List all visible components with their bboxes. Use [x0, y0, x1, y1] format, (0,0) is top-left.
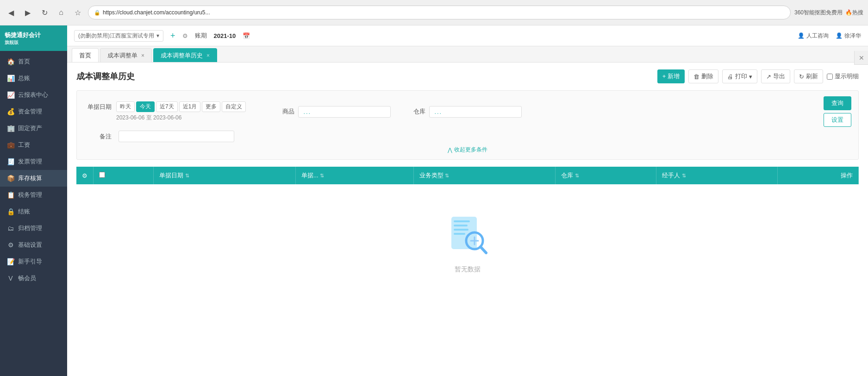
add-company-btn[interactable]: + [170, 31, 175, 41]
th-type[interactable]: 业务类型 ⇅ [413, 167, 556, 184]
back-button[interactable]: ◀ [5, 6, 18, 19]
add-button[interactable]: + 新增 [657, 69, 685, 83]
home-button[interactable]: ⌂ [55, 6, 68, 19]
forward-button[interactable]: ▶ [21, 6, 34, 19]
sort-icon-date: ⇅ [185, 173, 189, 178]
sidebar-item-funds[interactable]: 💰 资金管理 [0, 103, 67, 120]
sidebar-logo: 畅捷通好会计 旗舰版 [0, 25, 67, 51]
sidebar-item-invoice[interactable]: 🧾 发票管理 [0, 153, 67, 170]
export-icon: ↗ [766, 73, 771, 80]
sidebar-label-invoice: 发票管理 [18, 157, 42, 166]
svg-rect-4 [454, 233, 465, 235]
sidebar-item-assets[interactable]: 🏢 固定资产 [0, 120, 67, 137]
setting-filter-button[interactable]: 设置 [824, 113, 851, 127]
tab-cost-adjust-history[interactable]: 成本调整单历史 × [153, 48, 217, 62]
th-gear: ⚙ [76, 167, 94, 184]
date-btn-more[interactable]: 更多 [202, 101, 220, 112]
sidebar-item-guide[interactable]: 📝 新手引导 [0, 253, 67, 270]
select-all-checkbox[interactable] [99, 172, 105, 178]
date-filter-group: 单据日期 昨天今天近7天近1月更多自定义 2023-06-06 至 2023-0… [84, 101, 246, 122]
empty-state: 暂无数据 [76, 184, 859, 301]
sidebar-label-salary: 工资 [18, 141, 30, 149]
tab-home[interactable]: 首页 [72, 48, 99, 62]
address-bar[interactable]: 🔒 https://cloud.chanjet.com/accounting/u… [88, 6, 791, 19]
calendar-icon[interactable]: 📅 [243, 32, 250, 39]
date-btn-7days[interactable]: 近7天 [156, 101, 178, 112]
sidebar-item-archive[interactable]: 🗂 归档管理 [0, 220, 67, 237]
period-label: 账期 [195, 31, 207, 40]
sidebar-item-home[interactable]: 🏠 首页 [0, 53, 67, 70]
query-button[interactable]: 查询 [824, 96, 851, 110]
date-btn-custom[interactable]: 自定义 [222, 101, 246, 112]
export-button[interactable]: ↗ 导出 [761, 69, 790, 83]
settings-icon[interactable]: ⚙ [182, 32, 188, 39]
sidebar-item-inventory[interactable]: 📦 库存核算 [0, 170, 67, 187]
sidebar-item-close[interactable]: 🔒 结账 [0, 203, 67, 220]
date-filter-label: 单据日期 [84, 103, 112, 111]
date-btn-1month[interactable]: 近1月 [179, 101, 201, 112]
sidebar-icon-ledger: 📊 [7, 75, 14, 82]
sidebar-item-report[interactable]: 📈 云报表中心 [0, 87, 67, 103]
tab-close-cost-adjust[interactable]: × [141, 52, 144, 59]
tab-label-cost-adjust-history: 成本调整单历史 [161, 51, 203, 60]
service-icon: 👤 [798, 32, 805, 39]
close-panel-button[interactable]: ✕ [854, 51, 868, 65]
tab-label-home: 首页 [79, 51, 91, 60]
sidebar-label-close: 结账 [18, 207, 30, 216]
sidebar-label-home: 首页 [18, 57, 30, 66]
product-selector[interactable]: ... [298, 106, 391, 118]
sidebar-item-member[interactable]: V 畅会员 [0, 270, 67, 287]
sidebar-item-ledger[interactable]: 📊 总账 [0, 70, 67, 87]
date-btn-yesterday[interactable]: 昨天 [116, 101, 135, 112]
sidebar-icon-close: 🔒 [7, 208, 14, 215]
date-btn-today[interactable]: 今天 [136, 101, 155, 112]
sidebar-icon-tax: 📋 [7, 191, 14, 199]
th-operator[interactable]: 经手人 ⇅ [656, 167, 778, 184]
tab-cost-adjust[interactable]: 成本调整单 × [100, 48, 152, 62]
show-detail-input[interactable] [827, 74, 833, 80]
warehouse-dots: ... [434, 108, 442, 115]
page-title: 成本调整单历史 [76, 71, 135, 82]
browser-right-controls: 360智能抠图免费用 🔥热搜 [794, 9, 863, 17]
hot-label: 🔥热搜 [845, 9, 863, 17]
svg-rect-2 [454, 225, 468, 226]
print-button[interactable]: 🖨 打印 ▾ [722, 69, 757, 83]
page-title-bar: 成本调整单历史 + 新增 🗑 删除 🖨 打印 ▾ ↗ 导出 [76, 69, 859, 83]
sidebar-item-tax[interactable]: 📋 税务管理 [0, 187, 67, 203]
sidebar-label-funds: 资金管理 [18, 107, 42, 116]
sidebar-item-settings[interactable]: ⚙ 基础设置 [0, 237, 67, 253]
delete-button[interactable]: 🗑 删除 [688, 69, 718, 83]
sidebar: 畅捷通好会计 旗舰版 🏠 首页 📊 总账 📈 云报表中心 💰 资金管理 🏢 固定… [0, 25, 67, 376]
refresh-button[interactable]: ↻ 刷新 [794, 69, 823, 83]
empty-icon [444, 212, 491, 258]
sidebar-label-guide: 新手引导 [18, 257, 42, 266]
show-detail-checkbox[interactable]: 显示明细 [827, 72, 859, 81]
tab-label-cost-adjust: 成本调整单 [107, 51, 137, 60]
sort-icon-number: ⇅ [320, 173, 324, 178]
refresh-button[interactable]: ↻ [38, 6, 51, 19]
page-actions: + 新增 🗑 删除 🖨 打印 ▾ ↗ 导出 ↻ [657, 69, 859, 83]
warehouse-filter: 仓库 ... [398, 106, 522, 118]
product-label: 商品 [267, 107, 294, 116]
remark-input[interactable] [119, 131, 234, 142]
th-warehouse[interactable]: 仓库 ⇅ [556, 167, 656, 184]
company-selector[interactable]: (勿删勿禁用)江西服宝测试专用 ▾ [74, 30, 163, 42]
sidebar-icon-assets: 🏢 [7, 125, 14, 132]
star-button[interactable]: ☆ [71, 6, 84, 19]
tab-close-cost-adjust-history[interactable]: × [206, 52, 210, 59]
filter-area: 单据日期 昨天今天近7天近1月更多自定义 2023-06-06 至 2023-0… [76, 90, 859, 160]
collapse-icon: ⋀ [448, 147, 452, 153]
warehouse-selector[interactable]: ... [429, 106, 522, 118]
sidebar-item-salary[interactable]: 💼 工资 [0, 137, 67, 153]
sidebar-label-assets: 固定资产 [18, 124, 42, 132]
sidebar-nav: 🏠 首页 📊 总账 📈 云报表中心 💰 资金管理 🏢 固定资产 💼 工资 🧾 发… [0, 51, 67, 376]
sidebar-icon-report: 📈 [7, 91, 14, 99]
user-menu[interactable]: 👤 徐泽华 [836, 32, 861, 40]
logo-text: 畅捷通好会计 [5, 31, 41, 39]
collapse-button[interactable]: ⋀ 收起更多条件 [448, 146, 487, 154]
th-number[interactable]: 单据... ⇅ [295, 167, 413, 184]
user-name: 徐泽华 [844, 32, 861, 40]
filter-row-2: 备注 [84, 131, 851, 142]
th-date[interactable]: 单据日期 ⇅ [154, 167, 296, 184]
service-btn[interactable]: 👤 人工咨询 [798, 32, 829, 40]
